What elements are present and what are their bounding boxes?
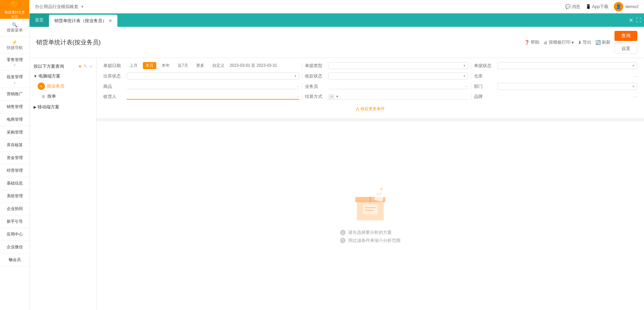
sidebar-item-basic[interactable]: 基础信息 [0,177,29,190]
tree-mobile-expand-icon: ▶ [34,105,36,109]
query-button[interactable]: 查询 [614,31,637,41]
date-btn-7days[interactable]: 近7天 [175,62,191,69]
page-title: 销货单统计表(按业务员) [36,38,101,46]
sidebar-item-apps[interactable]: 应用中心 [0,228,29,241]
salesman-dots[interactable]: ··· [464,84,468,89]
tab-sales-report[interactable]: 销货单统计表（按业务员） ✕ [49,15,117,27]
collapse-filter-btn[interactable]: ⋀ 收起更多条件 [103,103,637,114]
doc-status-label: 单据状态 [474,63,497,69]
filter-collect-status: 收款状态 ▾ [305,72,468,80]
export-btn[interactable]: ⬇ 导出 [578,39,591,45]
page-actions: ❓ 帮助 🖨 按模板打印 ▾ ⬇ 导出 🔄 刷新 查询 [524,31,637,54]
divider-4 [471,73,471,80]
grid-icon: ⊞ [42,94,45,99]
sidebar-item-operations[interactable]: 经营管理 [0,164,29,177]
app-icon: 📱 [586,4,591,9]
breadcrumb-dropdown-icon[interactable]: ▾ [81,4,84,9]
date-btn-more[interactable]: 更多 [194,62,207,69]
tab-close-window-icon[interactable]: ✕ [629,17,633,23]
refresh-btn[interactable]: 🔄 刷新 [595,39,610,45]
left-panel-header: 按以下方案查询 + ✎ « [30,61,96,71]
sidebar-item-marketing[interactable]: 营销推广 [0,88,29,101]
doc-status-select[interactable]: ▾ [497,62,637,69]
search-menu[interactable]: 🔍 搜索菜单 [0,19,29,37]
breadcrumb: 办公用品行业模拟账套 [35,4,78,10]
add-scheme-btn[interactable]: + [78,63,82,69]
sidebar-item-wholesale[interactable]: 批发管理 ▲ [0,71,29,88]
filter-row-2: 出库状态 ▾ 收款状态 ▾ [103,72,637,80]
date-btn-this-year[interactable]: 本年 [159,62,172,69]
filter-doc-status: 单据状态 ▾ [474,62,637,69]
help-btn[interactable]: ❓ 帮助 [524,39,539,45]
purchase-label: 采购管理 [7,130,23,135]
sidebar-item-purchase[interactable]: 采购管理 [0,126,29,139]
message-icon: 💬 [565,4,571,9]
receiver-dots[interactable]: ··· [296,94,300,99]
collect-status-select[interactable]: ▾ [328,72,468,80]
doc-type-chevron: ▾ [464,64,465,67]
tab-home[interactable]: 首页 [30,13,49,27]
print-label: 按模板打印 [549,39,571,45]
divider-8 [471,93,471,100]
sidebar-item-system[interactable]: 系统管理 [0,190,29,203]
sidebar-item-member[interactable]: 畅会员 [0,254,29,266]
sidebar-logo[interactable]: 🟠 畅捷通好生意 标版 [0,0,29,19]
product-label: 商品 [103,84,127,90]
page-header: 销货单统计表(按业务员) ❓ 帮助 🖨 按模板打印 ▾ ⬇ 导出 🔄 刷新 [30,27,644,58]
receiver-label: 收货人 [103,94,127,100]
warehouse-label: 仓库 [474,73,497,79]
enterprise-label: 企业协同 [7,206,23,212]
tree-section-desktop[interactable]: ▼ 电脑端方案 [30,71,96,81]
newbie-label: 新手引导 [7,219,23,224]
payment-chevron[interactable]: ▾ [336,94,338,99]
date-btn-this-month[interactable]: 本月 [143,62,156,69]
collapse-label: 收起更多条件 [361,106,385,112]
product-dots[interactable]: ··· [296,84,300,89]
sidebar-item-retail[interactable]: 零售管理 ▼ [0,54,29,71]
brand-dots[interactable]: ··· [633,94,637,99]
apps-label: 应用中心 [7,231,23,237]
top-header-left: 办公用品行业模拟账套 ▾ [35,4,84,10]
date-btn-custom[interactable]: 自定义 [210,62,227,69]
payment-tag-x[interactable]: × [330,94,333,99]
tab-home-label: 首页 [35,17,44,23]
edit-scheme-btn[interactable]: ✎ [84,63,88,69]
message-btn[interactable]: 💬 消息 [565,4,580,10]
out-status-select[interactable]: ▾ [127,72,299,80]
app-download-btn[interactable]: 📱 App下载 [586,4,608,10]
sidebar-item-inventory[interactable]: 库存核算 [0,139,29,152]
collect-status-chevron: ▾ [464,74,465,78]
user-area[interactable]: 👤 demo2 [614,2,639,11]
salesman-label: 业务员 [305,84,328,90]
tab-maximize-icon[interactable]: ⛶ [636,17,641,23]
warehouse-dots[interactable]: ··· [633,73,637,79]
empty-tip-2: 2 用过滤条件来缩小分析范围 [340,238,400,244]
tree-item-salesman[interactable]: ● 按业务员 [30,81,96,92]
tab-close-icon[interactable]: ✕ [109,18,112,23]
tree-item-by-order[interactable]: ⊞ 按单 [30,92,96,101]
filter-warehouse: 仓库 ··· [474,73,637,79]
sidebar-item-newbie[interactable]: 新手引导 [0,215,29,228]
sales-label: 销售管理 [7,104,23,110]
sidebar-item-enterprise[interactable]: 企业协同 [0,203,29,215]
sidebar-item-finance[interactable]: 资金管理 [0,152,29,164]
date-btn-last-month[interactable]: 上月 [127,62,140,69]
sidebar-item-sales[interactable]: 销售管理 [0,101,29,113]
sidebar-item-wechat[interactable]: 企业微信 [0,241,29,254]
date-range-display: 2023-03-01 至 2023-03-31 [230,63,277,68]
settings-button[interactable]: 设置 [614,44,637,54]
quick-nav[interactable]: ⚡ 快捷导航 [0,37,29,54]
brand-label: 品牌 [474,94,497,100]
collapse-icon: ⋀ [356,107,359,111]
print-btn[interactable]: 🖨 按模板打印 ▾ [543,39,574,45]
doc-status-chevron: ▾ [633,64,634,67]
collapse-panel-btn[interactable]: « [90,63,92,69]
top-header: 办公用品行业模拟账套 ▾ 💬 消息 📱 App下载 👤 demo2 [30,0,644,13]
left-panel: 按以下方案查询 + ✎ « ▼ 电脑端方案 ● 按业务员 [30,58,97,310]
empty-icon-svg [350,187,390,224]
tree-section-mobile[interactable]: ▶ 移动端方案 [30,102,96,112]
date-label: 单据日期 [103,63,127,69]
doc-type-select[interactable]: ▾ [328,62,468,69]
department-select[interactable]: ▾ [497,83,637,90]
sidebar-item-ecommerce[interactable]: 电商管理 [0,113,29,126]
